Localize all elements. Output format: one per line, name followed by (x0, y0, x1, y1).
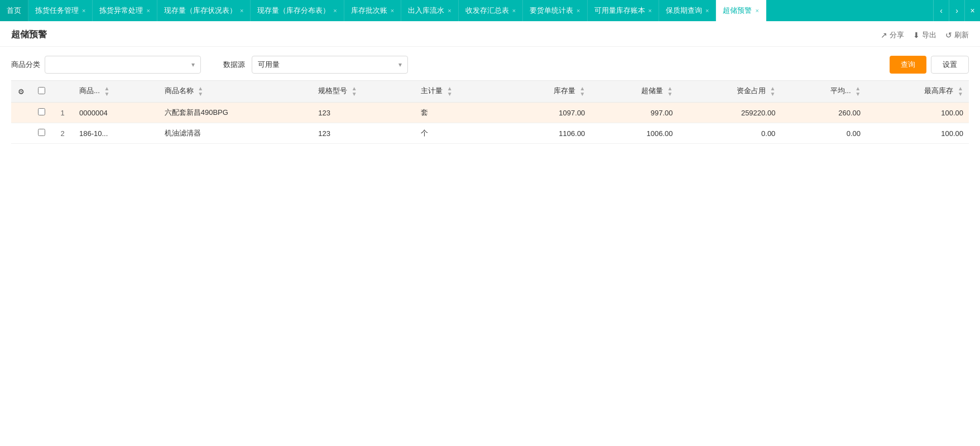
refresh-icon: ↺ (945, 31, 952, 40)
nav-close-collect[interactable]: × (512, 7, 516, 14)
row-spec: 123 (313, 123, 415, 144)
nav-close-btn[interactable]: × (964, 0, 980, 21)
row-product-name: 六配套新昌490BPG (159, 103, 313, 123)
nav-label: 拣货异常处理 (99, 6, 143, 16)
sort-product-name-icon: ▲▼ (198, 86, 203, 97)
export-icon: ⬇ (913, 31, 920, 40)
select-all-checkbox[interactable] (38, 87, 45, 94)
page-header: 超储预警 ↗ 分享 ⬇ 导出 ↺ 刷新 (0, 21, 980, 47)
row-product-code: 0000004 (74, 103, 159, 123)
export-action[interactable]: ⬇ 导出 (913, 30, 936, 40)
top-nav: 首页拣货任务管理×拣货异常处理×现存量（库存状况表）×现存量（库存分布表）×库存… (0, 0, 980, 21)
nav-label: 超储预警 (723, 6, 752, 16)
nav-next-btn[interactable]: › (949, 0, 964, 21)
nav-close-quality[interactable]: × (705, 7, 709, 14)
category-filter: 商品分类 ▾ (11, 56, 201, 74)
nav-label: 首页 (7, 6, 21, 16)
nav-close-requisition[interactable]: × (577, 7, 580, 14)
export-label: 导出 (922, 30, 936, 40)
sort-max-stock-icon: ▲▼ (958, 86, 963, 97)
row-product-name: 机油滤清器 (159, 123, 313, 144)
sort-overstock-icon: ▲▼ (667, 86, 673, 97)
nav-label: 收发存汇总表 (465, 6, 509, 16)
sort-stock-icon: ▲▼ (579, 86, 585, 97)
row-avg: 0.00 (781, 123, 866, 144)
page-actions: ↗ 分享 ⬇ 导出 ↺ 刷新 (881, 30, 969, 40)
nav-close-in-out[interactable]: × (448, 7, 451, 14)
col-rownum (51, 81, 74, 103)
nav-close-available[interactable]: × (648, 7, 652, 14)
nav-item-task-mgmt[interactable]: 拣货任务管理× (28, 0, 93, 21)
nav-close-batch[interactable]: × (391, 7, 394, 14)
nav-item-in-out[interactable]: 出入库流水× (401, 0, 458, 21)
col-stock[interactable]: 库存量 ▲▼ (503, 81, 590, 103)
row-checkbox-1[interactable] (38, 129, 45, 136)
row-capital: 259220.00 (679, 103, 781, 123)
sort-unit-icon: ▲▼ (447, 86, 453, 97)
refresh-action[interactable]: ↺ 刷新 (945, 30, 969, 40)
col-capital[interactable]: 资金占用 ▲▼ (679, 81, 781, 103)
col-avg[interactable]: 平均... ▲▼ (781, 81, 866, 103)
row-stock: 1106.00 (503, 123, 590, 144)
nav-close-stock-status[interactable]: × (240, 7, 243, 14)
nav-prev-btn[interactable]: ‹ (933, 0, 949, 21)
nav-item-overstock[interactable]: 超储预警× (716, 0, 766, 21)
data-table: ⚙ 商品... ▲▼ 商品名称 ▲▼ (11, 80, 969, 144)
datasource-filter: 数据源 可用量 ▾ (223, 56, 408, 74)
refresh-label: 刷新 (954, 30, 969, 40)
nav-label: 保质期查询 (666, 6, 702, 16)
nav-item-available[interactable]: 可用量库存账本× (588, 0, 659, 21)
settings-button[interactable]: 设置 (931, 56, 969, 74)
datasource-select[interactable]: 可用量 ▾ (252, 56, 408, 74)
nav-label: 要货单统计表 (530, 6, 573, 16)
share-action[interactable]: ↗ 分享 (881, 30, 904, 40)
sort-product-code-icon: ▲▼ (104, 86, 109, 97)
nav-item-requisition[interactable]: 要货单统计表× (523, 0, 587, 21)
row-checkbox-0[interactable] (38, 108, 45, 115)
gear-icon[interactable]: ⚙ (18, 88, 25, 96)
col-unit[interactable]: 主计量 ▲▼ (415, 81, 503, 103)
page-content: 超储预警 ↗ 分享 ⬇ 导出 ↺ 刷新 商品分类 ▾ (0, 21, 980, 446)
col-gear: ⚙ (11, 81, 31, 103)
row-gear-cell (11, 103, 31, 123)
sort-spec-icon: ▲▼ (352, 86, 357, 97)
filter-buttons: 查询 设置 (890, 56, 969, 74)
col-max-stock[interactable]: 最高库存 ▲▼ (866, 81, 969, 103)
nav-label: 出入库流水 (408, 6, 444, 16)
row-overstock: 997.00 (590, 103, 678, 123)
row-stock: 1097.00 (503, 103, 590, 123)
nav-item-collect[interactable]: 收发存汇总表× (459, 0, 523, 21)
nav-close-stock-dist[interactable]: × (333, 7, 337, 14)
category-select[interactable]: ▾ (45, 56, 201, 74)
category-chevron-icon: ▾ (191, 61, 195, 69)
nav-label: 现存量（库存状况表） (164, 6, 237, 16)
table-header-row: ⚙ 商品... ▲▼ 商品名称 ▲▼ (11, 81, 969, 103)
nav-item-stock-status[interactable]: 现存量（库存状况表）× (157, 0, 251, 21)
nav-label: 可用量库存账本 (594, 6, 645, 16)
col-product-name[interactable]: 商品名称 ▲▼ (159, 81, 313, 103)
nav-close-overstock[interactable]: × (755, 7, 758, 14)
row-max-stock: 100.00 (866, 123, 969, 144)
row-unit: 个 (415, 123, 503, 144)
nav-close-abnormal[interactable]: × (146, 7, 150, 14)
page-title: 超储预警 (11, 29, 47, 41)
nav-close-task-mgmt[interactable]: × (82, 7, 85, 14)
col-checkbox (31, 81, 51, 103)
datasource-label: 数据源 (223, 60, 245, 70)
nav-item-home[interactable]: 首页 (0, 0, 28, 21)
share-label: 分享 (890, 30, 904, 40)
col-product-code[interactable]: 商品... ▲▼ (74, 81, 159, 103)
row-max-stock: 100.00 (866, 103, 969, 123)
row-num: 1 (51, 103, 74, 123)
row-num: 2 (51, 123, 74, 144)
share-icon: ↗ (881, 31, 887, 40)
nav-item-batch[interactable]: 库存批次账× (344, 0, 401, 21)
row-avg: 260.00 (781, 103, 866, 123)
nav-item-abnormal[interactable]: 拣货异常处理× (93, 0, 157, 21)
col-overstock[interactable]: 超储量 ▲▼ (590, 81, 678, 103)
nav-item-quality[interactable]: 保质期查询× (659, 0, 716, 21)
nav-item-stock-dist[interactable]: 现存量（库存分布表）× (251, 0, 344, 21)
table-container: ⚙ 商品... ▲▼ 商品名称 ▲▼ (0, 80, 980, 144)
query-button[interactable]: 查询 (890, 56, 926, 74)
col-spec[interactable]: 规格型号 ▲▼ (313, 81, 415, 103)
